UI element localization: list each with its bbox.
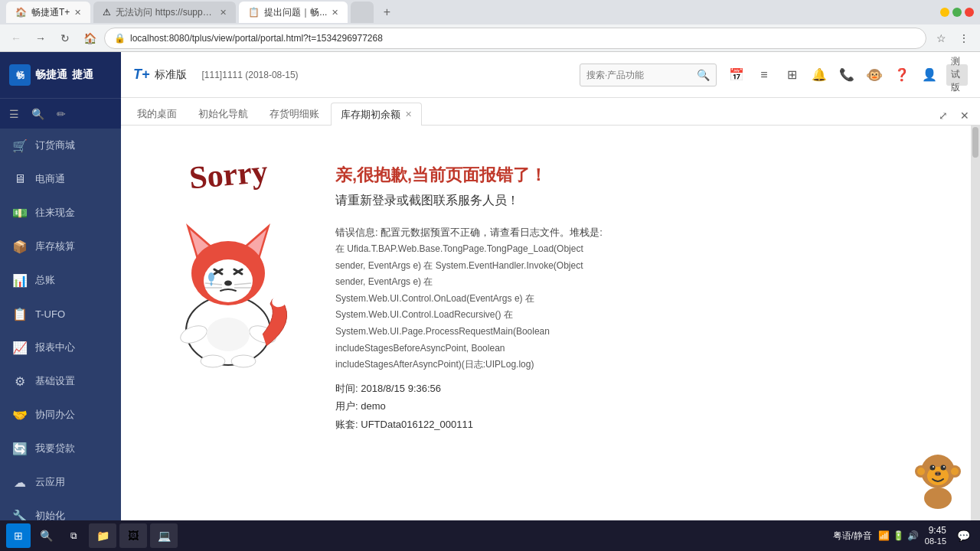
svg-point-29 [930,465,936,471]
address-bar[interactable]: 🔒 localhost:8080/tplus/view/portal/porta… [104,28,926,49]
forward-button[interactable]: → [31,28,51,48]
calendar-icon-btn[interactable]: 📅 [726,64,747,86]
sidebar-item-general-ledger[interactable]: 📊 总账 [0,263,121,297]
tab3-favicon: 📋 [248,7,260,18]
tab-bar-right: ⤢ ✕ [928,106,980,125]
time-value: 2018/8/15 9:36:56 [361,383,441,394]
browser-tab-3[interactable]: 📋 提出问题｜畅... ✕ [239,2,348,23]
sidebar-edit-icon[interactable]: ✏ [57,108,66,120]
tab-desktop-label: 我的桌面 [137,107,177,121]
tab3-close[interactable]: ✕ [332,8,338,18]
sidebar-item-label-cloud-apps: 云应用 [35,475,65,489]
sidebar-item-label-cash: 往来现金 [35,206,75,220]
tab-inventory-detail-label: 存货明细账 [270,107,319,121]
svg-point-16 [208,272,214,282]
svg-point-25 [917,468,925,475]
browser-tab-2[interactable]: ⚠ 无法访问 https://suppor... ✕ [93,2,236,23]
taskbar-app1-icon: 🖼 [128,530,139,542]
taskbar: ⊞ 🔍 ⧉ 📁 🖼 💻 粤语/静音 📶 🔋 🔊 9:45 08-15 💬 [0,520,980,551]
tab1-close[interactable]: ✕ [74,8,81,18]
test-button[interactable]: 测试版 [946,64,968,86]
sidebar-item-label-collab-office: 协同办公 [35,408,75,422]
tab-inventory-balance[interactable]: 库存期初余额 ✕ [331,103,422,126]
error-details: 亲,很抱歉,当前页面报错了！ 请重新登录或截图联系服务人员！ 错误信息: 配置元… [335,156,949,520]
window-icon-btn[interactable]: ⊞ [781,64,802,86]
tab1-title: 畅捷通T+ [31,6,70,19]
browser-tab-1[interactable]: 🏠 畅捷通T+ ✕ [6,2,90,23]
bookmark-button[interactable]: ☆ [931,28,951,48]
task-view-button[interactable]: ⧉ [61,523,86,548]
sidebar-header: 畅 畅捷通 捷通 [0,52,121,98]
taskbar-explorer[interactable]: 📁 [89,523,116,548]
tab-close-all-btn[interactable]: ✕ [956,106,974,125]
phone-icon-btn[interactable]: 📞 [836,64,858,86]
svg-point-20 [201,355,225,367]
logo-t-mark: T+ [133,67,150,83]
tab2-close[interactable]: ✕ [220,8,227,18]
sidebar-item-base-settings[interactable]: ⚙ 基础设置 [0,364,121,398]
svg-point-35 [939,473,941,475]
tab-expand-btn[interactable]: ⤢ [934,106,952,125]
sidebar-item-collab-office[interactable]: 🤝 协同办公 [0,398,121,432]
tab-init-nav-label: 初始化导航 [198,107,248,121]
help-icon-btn[interactable]: ❓ [891,64,913,86]
maximize-button[interactable] [952,8,962,17]
sidebar-brand-suffix: 捷通 [72,68,93,82]
tab-desktop[interactable]: 我的桌面 [127,102,187,125]
sidebar-item-label-general-ledger: 总账 [35,273,55,287]
tab-init-nav[interactable]: 初始化导航 [188,102,258,125]
sidebar-item-report-center[interactable]: 📈 报表中心 [0,331,121,364]
error-meta: 时间: 2018/8/15 9:36:56 用户: demo 账套: UFTDa… [335,380,949,433]
sidebar-search-icon[interactable]: 🔍 [31,108,44,120]
sidebar-item-cloud-apps[interactable]: ☁ 云应用 [0,465,121,499]
stack-line: 在 Ufida.T.BAP.Web.Base.TongPage.TongPage… [335,241,949,258]
back-button[interactable]: ← [6,28,26,48]
ecommerce-icon: 🖥 [12,172,28,186]
sidebar-item-loan[interactable]: 🔄 我要贷款 [0,432,121,465]
cortana-button[interactable]: 🔍 [34,523,58,548]
sidebar-item-t-ufo[interactable]: 📋 T-UFO [0,297,121,331]
start-button[interactable]: ⊞ [6,523,31,548]
svg-point-11 [224,281,232,286]
stack-line: System.Web.UI.Control.LoadRecursive() 在 [335,307,949,324]
t-ufo-icon: 📋 [12,307,28,321]
sidebar-item-order-mall[interactable]: 🛒 订货商城 [0,129,121,162]
monkey-icon-btn[interactable]: 🐵 [864,64,885,86]
reload-button[interactable]: ↻ [55,28,75,48]
sidebar-menu-icon[interactable]: ☰ [9,108,19,120]
list-icon-btn[interactable]: ≡ [753,64,775,86]
sidebar-item-ecommerce[interactable]: 🖥 电商通 [0,162,121,196]
browser-tab-4[interactable] [351,2,374,23]
report-center-icon: 📈 [12,341,28,355]
taskbar-app2[interactable]: 💻 [150,523,178,548]
close-button[interactable] [965,8,974,17]
taskbar-app1[interactable]: 🖼 [119,523,147,548]
base-settings-icon: ⚙ [12,374,28,389]
secure-icon: 🔒 [114,33,126,44]
new-tab-button[interactable]: + [377,2,397,22]
sidebar-item-inventory-check[interactable]: 📦 库存核算 [0,230,121,263]
sidebar-item-label-base-settings: 基础设置 [35,374,75,388]
top-icons: 📅 ≡ ⊞ 🔔 📞 🐵 ❓ 👤 测试版 [726,64,968,86]
sorry-text: Sorry [188,153,269,197]
tab-inventory-detail[interactable]: 存货明细账 [260,102,329,125]
minimize-button[interactable] [940,8,949,17]
tray-icons: 📶 🔋 🔊 [878,530,919,541]
home-button[interactable]: 🏠 [80,28,100,48]
search-input[interactable] [586,70,694,80]
user-icon-btn[interactable]: 👤 [919,64,940,86]
volume-icon: 🔊 [907,530,919,541]
extensions-button[interactable]: ⋮ [954,28,974,48]
stack-line: System.Web.UI.Control.OnLoad(EventArgs e… [335,291,949,308]
svg-point-21 [231,355,256,367]
search-button[interactable]: 🔍 [697,69,710,81]
scroll-indicator[interactable] [971,126,980,551]
tab2-title: 无法访问 https://suppor... [116,6,215,19]
sidebar-nav: 🛒 订货商城 🖥 电商通 💵 往来现金 📦 库存核算 📊 总账 📋 T- [0,129,121,551]
bell-icon-btn[interactable]: 🔔 [808,64,830,86]
sidebar-item-cash[interactable]: 💵 往来现金 [0,196,121,230]
tab-inventory-balance-close[interactable]: ✕ [405,109,412,119]
notification-button[interactable]: 💬 [952,525,974,546]
stack-line: includeStagesAfterAsyncPoint)(日志:UIPLog.… [335,357,949,373]
address-text: localhost:8080/tplus/view/portal/portal.… [130,33,916,44]
